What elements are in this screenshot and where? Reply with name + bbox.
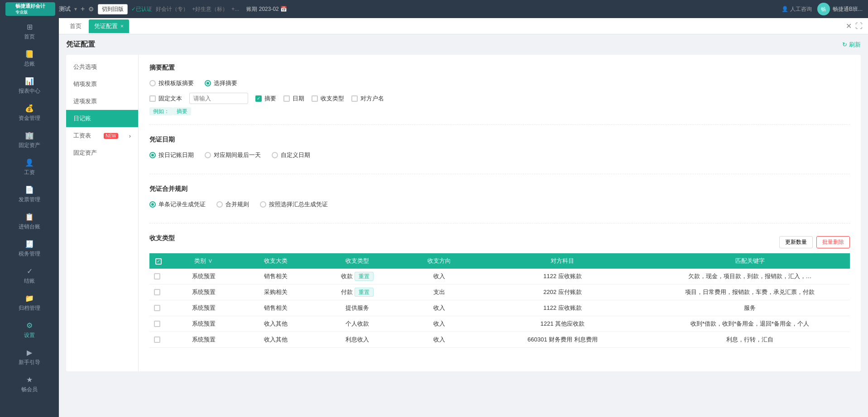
sidebar-item-archive[interactable]: 📁 归档管理 — [0, 289, 59, 317]
checkbox-box-date — [283, 95, 290, 102]
sidebar-item-payroll[interactable]: 👤 工资 — [0, 154, 59, 181]
sidebar-item-label: 设置 — [24, 332, 35, 339]
td-category: 系统预置 — [168, 269, 240, 284]
date-title: 凭证日期 — [149, 136, 850, 144]
sidebar-item-invoice-mgmt[interactable]: 📄 发票管理 — [0, 181, 59, 208]
sidebar-item-settings[interactable]: ⚙ 设置 — [0, 317, 59, 344]
user-menu[interactable]: 畅 畅捷通B班... — [817, 3, 863, 15]
radio-custom-date[interactable]: 自定义日期 — [272, 151, 310, 159]
radio-template[interactable]: 按模板版摘要 — [149, 79, 194, 87]
radio-total[interactable]: 按照选择汇总生成凭证 — [260, 200, 328, 208]
sidebar-item-guide[interactable]: ▶ 新手引导 — [0, 344, 59, 371]
sidebar-item-label: 新手引导 — [19, 359, 40, 366]
td-type: 收款 重置 — [312, 269, 403, 284]
member-icon: ★ — [26, 375, 33, 384]
tab-voucher-config[interactable]: 凭证配置 × — [89, 19, 129, 33]
left-nav-public[interactable]: 公共选项 — [66, 58, 138, 76]
maximize-button[interactable]: ⛶ — [855, 22, 863, 30]
checkbox-date[interactable]: 日期 — [283, 95, 304, 103]
fixed-assets-icon: 🏢 — [25, 131, 34, 140]
radio-period-last[interactable]: 对应期间最后一天 — [205, 151, 261, 159]
td-account: 2202 应付账款 — [475, 284, 650, 300]
td-checkbox — [149, 332, 168, 348]
checkbox-box-counterpart — [351, 95, 358, 102]
table-row: 系统预置 销售相关 提供服务 收入 1122 应收账款 服务 — [149, 300, 850, 316]
tab-home[interactable]: 首页 — [64, 19, 87, 33]
td-type: 提供服务 — [312, 300, 403, 316]
td-checkbox — [149, 269, 168, 284]
service-button[interactable]: 👤 人工咨询 — [782, 5, 812, 13]
row-checkbox[interactable] — [154, 305, 160, 311]
main-layout: ⊞ 首页 📒 总账 📊 报表中心 💰 资金管理 🏢 固定资产 👤 工资 📄 发票… — [0, 18, 868, 417]
reset-tag[interactable]: 重置 — [355, 288, 374, 297]
tabs-bar: 首页 凭证配置 × ✕ ⛶ — [59, 18, 868, 34]
checkbox-type[interactable]: 收支类型 — [312, 95, 344, 103]
fixed-text-input[interactable] — [189, 93, 248, 104]
sidebar-item-label: 总账 — [24, 60, 35, 68]
checkbox-fixed-text[interactable]: 固定文本 — [149, 95, 182, 103]
sidebar-item-label: 报表中心 — [19, 87, 40, 95]
td-major: 销售相关 — [240, 300, 312, 316]
sidebar-item-home[interactable]: ⊞ 首页 — [0, 18, 59, 45]
td-type: 利息收入 — [312, 332, 403, 348]
radio-single[interactable]: 单条记录生成凭证 — [149, 200, 206, 208]
th-checkbox: ✓ — [149, 253, 168, 269]
sidebar-item-tax[interactable]: 🧾 税务管理 — [0, 235, 59, 262]
td-keyword: 利息，行转，汇自 — [650, 332, 850, 348]
update-count-button[interactable]: 更新数量 — [779, 236, 813, 248]
tab-close-icon[interactable]: × — [120, 23, 124, 29]
left-nav-fixed-assets[interactable]: 固定资产 — [66, 144, 138, 161]
settings-icon[interactable]: ⚙ — [88, 5, 94, 13]
td-category: 系统预置 — [168, 300, 240, 316]
left-nav-purchase[interactable]: 进项发票 — [66, 93, 138, 110]
company-dropdown-icon[interactable]: ▾ — [74, 6, 77, 12]
batch-delete-button[interactable]: 批量删除 — [816, 236, 850, 248]
action-btns: 更新数量 批量删除 — [779, 236, 850, 248]
radio-select[interactable]: 选择摘要 — [205, 79, 237, 87]
checkbox-counterpart[interactable]: 对方户名 — [351, 95, 384, 103]
sidebar-item-label: 发票管理 — [19, 196, 40, 204]
tax-icon: 🧾 — [25, 240, 34, 248]
sidebar-item-ledger[interactable]: 📒 总账 — [0, 45, 59, 72]
row-checkbox[interactable] — [154, 336, 160, 343]
refresh-button[interactable]: ↻ 刷新 — [842, 41, 861, 49]
radio-dot-total — [260, 201, 266, 208]
radio-journal-date[interactable]: 按日记账日期 — [149, 151, 194, 159]
content-area: 首页 凭证配置 × ✕ ⛶ 凭证配置 ↻ 刷新 — [59, 18, 868, 417]
td-major: 销售相关 — [240, 269, 312, 284]
radio-merge-rule[interactable]: 合并规则 — [216, 200, 249, 208]
sidebar-item-purchase-sales[interactable]: 📋 进销台账 — [0, 208, 59, 235]
th-account: 对方科目 — [475, 253, 650, 269]
merge-title: 凭证合并规则 — [149, 185, 850, 193]
ledger-icon: 📒 — [25, 50, 34, 58]
left-nav-journal[interactable]: 日记账 — [66, 110, 138, 127]
income-section: 收支类型 更新数量 批量删除 ✓ — [149, 234, 850, 348]
date-section: 凭证日期 按日记账日期 对应期间最后一天 — [149, 136, 850, 174]
period-label: 账期 2023-02 📅 — [246, 5, 287, 13]
reset-tag[interactable]: 重置 — [355, 272, 374, 281]
home-icon: ⊞ — [27, 23, 33, 31]
sidebar-item-reports[interactable]: 📊 报表中心 — [0, 72, 59, 100]
income-table: ✓ 类别 ∨ 收支大类 收支类型 收支方向 对方科目 匹配关键字 — [149, 253, 850, 348]
left-nav-salary-table[interactable]: 工资表 NEW › — [66, 127, 138, 144]
closing-icon: ✓ — [27, 267, 33, 275]
sidebar-item-fixed-assets[interactable]: 🏢 固定资产 — [0, 127, 59, 154]
add-icon[interactable]: + — [81, 5, 85, 13]
row-checkbox[interactable] — [154, 321, 160, 327]
select-all-checkbox[interactable]: ✓ — [155, 258, 162, 265]
inner-layout: 公共选项 销项发票 进项发票 日记账 工资表 NEW › — [66, 55, 861, 371]
switch-version-button[interactable]: 切到旧版 — [98, 4, 128, 14]
minimize-button[interactable]: ✕ — [846, 22, 852, 30]
sidebar-item-member[interactable]: ★ 畅会员 — [0, 371, 59, 398]
summary-section: 摘要配置 按模板版摘要 选择摘要 — [149, 64, 850, 125]
sidebar-item-closing[interactable]: ✓ 结账 — [0, 262, 59, 289]
th-direction: 收支方向 — [403, 253, 475, 269]
row-checkbox[interactable] — [154, 289, 160, 295]
row-checkbox[interactable] — [154, 273, 160, 280]
refresh-icon: ↻ — [842, 41, 847, 48]
td-direction: 收入 — [403, 269, 475, 284]
sidebar-item-funds[interactable]: 💰 资金管理 — [0, 100, 59, 127]
checkbox-abstract[interactable]: ✓ 摘要 — [255, 95, 276, 103]
table-row: 系统预置 收入其他 利息收入 收入 660301 财务费用 利息费用 利息，行转… — [149, 332, 850, 348]
left-nav-sales[interactable]: 销项发票 — [66, 76, 138, 93]
